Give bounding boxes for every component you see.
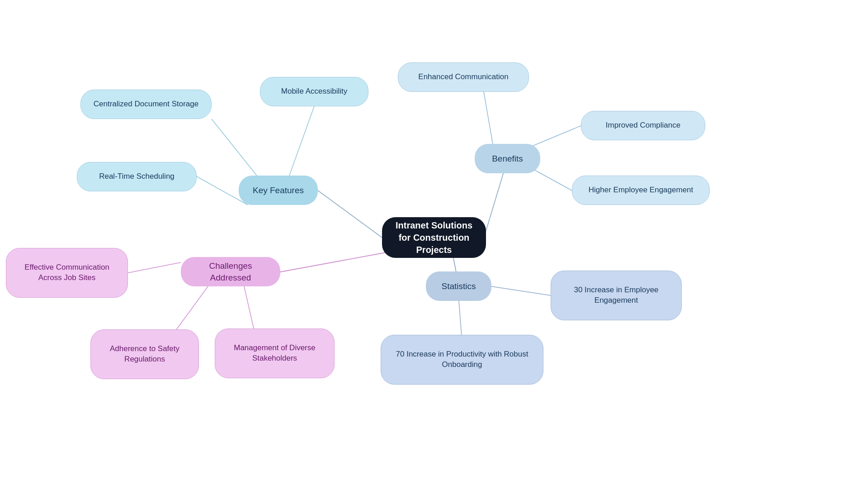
- svg-line-7: [484, 92, 493, 144]
- svg-line-0: [318, 190, 382, 238]
- mindmap-container: Intranet Solutions for Construction Proj…: [0, 0, 868, 490]
- challenges-hub: Challenges Addressed: [181, 257, 280, 286]
- 70-increase-node: 70 Increase in Productivity with Robust …: [381, 335, 543, 385]
- svg-line-4: [212, 119, 257, 176]
- enhanced-communication-node: Enhanced Communication: [398, 62, 529, 92]
- centralized-document-node: Centralized Document Storage: [80, 90, 212, 119]
- adherence-safety-node: Adherence to Safety Regulations: [90, 329, 199, 379]
- mobile-accessibility-node: Mobile Accessibility: [260, 77, 368, 106]
- center-node: Intranet Solutions for Construction Proj…: [382, 217, 486, 258]
- key-features-hub: Key Features: [239, 176, 318, 205]
- svg-line-2: [280, 251, 393, 272]
- statistics-hub: Statistics: [426, 271, 491, 301]
- improved-compliance-node: Improved Compliance: [581, 111, 705, 140]
- svg-line-13: [491, 286, 551, 295]
- realtime-scheduling-node: Real-Time Scheduling: [77, 162, 197, 191]
- management-stakeholders-node: Management of Diverse Stakeholders: [215, 328, 335, 378]
- higher-employee-engagement-node: Higher Employee Engagement: [572, 176, 710, 205]
- svg-line-10: [128, 262, 181, 273]
- benefits-hub: Benefits: [475, 144, 540, 173]
- 30-increase-node: 30 Increase in Employee Engagement: [551, 271, 682, 320]
- svg-line-5: [289, 106, 314, 176]
- effective-communication-node: Effective Communication Across Job Sites: [6, 248, 128, 298]
